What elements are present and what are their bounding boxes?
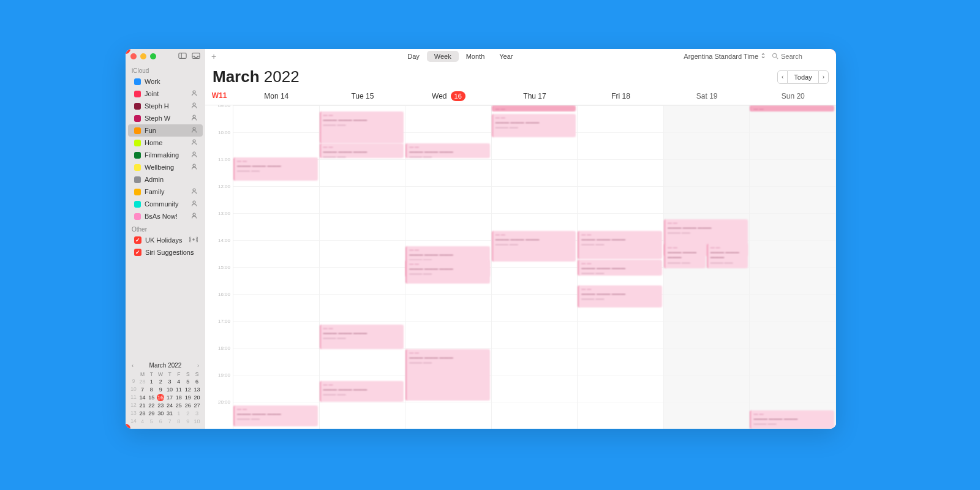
mini-prev-month[interactable]: ‹ <box>130 363 135 369</box>
mini-day[interactable]: 25 <box>174 402 183 409</box>
calendar-item[interactable]: Admin <box>128 173 203 186</box>
day-header[interactable]: Thu 17 <box>492 88 578 105</box>
mini-day[interactable]: 4 <box>138 418 147 425</box>
sidebar-toggle-icon[interactable] <box>178 52 187 61</box>
mini-day[interactable]: 15 <box>147 394 156 401</box>
checkbox-icon[interactable]: ✓ <box>134 249 141 256</box>
mini-day[interactable]: 11 <box>174 386 183 393</box>
mini-next-month[interactable]: › <box>196 363 200 369</box>
add-event-button[interactable]: + <box>211 51 216 61</box>
calendar-event[interactable]: — ———— ——— —————— —— <box>492 105 576 111</box>
calendar-event[interactable]: — ———— ——— —————— —— <box>233 405 318 426</box>
day-header[interactable]: Tue 15 <box>320 88 406 105</box>
mini-day[interactable]: 18 <box>174 394 183 401</box>
mini-day[interactable]: 24 <box>165 402 175 409</box>
mini-day[interactable]: 28 <box>138 378 147 385</box>
day-header[interactable]: Sat 19 <box>664 88 750 105</box>
mini-day[interactable]: 26 <box>183 402 192 409</box>
calendar-item[interactable]: BsAs Now! <box>128 210 203 222</box>
day-column[interactable]: — ———— ——— —————— ——— ———— ——— —————— ——… <box>492 105 578 429</box>
day-column[interactable]: — ———— ——— —————— ——— ———— ——— —————— —— <box>750 105 836 429</box>
calendar-item[interactable]: Work <box>128 75 203 88</box>
day-header[interactable]: Wed16 <box>405 88 492 105</box>
mini-day[interactable]: 3 <box>165 378 175 385</box>
mini-day[interactable]: 1 <box>174 410 183 417</box>
calendar-event[interactable]: — ———— ——— —————— —— <box>405 260 490 284</box>
mini-day[interactable]: 21 <box>138 402 147 409</box>
search-input[interactable] <box>781 53 830 60</box>
calendar-item[interactable]: Steph H <box>128 100 203 112</box>
calendar-event[interactable]: — ———— ——— —————— —— <box>320 325 404 349</box>
calendar-event[interactable]: — ———— ——— —————— —— <box>405 143 490 158</box>
search-field[interactable] <box>772 53 830 61</box>
mini-day[interactable]: 14 <box>138 394 147 401</box>
mini-day[interactable]: 7 <box>138 386 147 393</box>
day-column[interactable]: — ———— ——— —————— ——— ———— ——— —————— ——… <box>320 105 406 429</box>
mini-day[interactable]: 28 <box>138 410 147 417</box>
calendar-event[interactable]: — ———— ——— —————— —— <box>492 114 576 137</box>
calendar-event[interactable]: — ———— ——— —————— —— <box>405 349 490 401</box>
minimize-button[interactable] <box>140 53 146 59</box>
mini-day[interactable]: 31 <box>165 410 175 417</box>
calendar-event[interactable]: — ———— ——— —————— —— <box>578 231 662 259</box>
calendar-event[interactable]: — ———— ——— —————— —— <box>320 381 404 402</box>
view-week[interactable]: Week <box>427 51 459 62</box>
close-button[interactable] <box>130 53 137 59</box>
mini-day[interactable]: 19 <box>183 394 192 401</box>
mini-day[interactable]: 8 <box>147 386 156 393</box>
calendar-item[interactable]: Family <box>128 186 203 198</box>
calendar-event[interactable]: — ———— ——— —————— —— <box>750 410 834 429</box>
calendar-event[interactable]: — ———— ——— —————— —— <box>233 157 318 181</box>
mini-day[interactable]: 6 <box>192 378 202 385</box>
calendar-event[interactable]: — ———— ——— —————— —— <box>578 285 662 307</box>
inbox-icon[interactable] <box>192 52 200 61</box>
mini-day[interactable]: 9 <box>156 386 165 393</box>
mini-day[interactable]: 30 <box>156 410 165 417</box>
mini-day[interactable]: 9 <box>183 418 192 425</box>
today-button[interactable]: Today <box>788 70 818 84</box>
mini-day[interactable]: 20 <box>192 394 202 401</box>
day-header[interactable]: Mon 14 <box>233 88 320 105</box>
mini-day[interactable]: 27 <box>192 402 202 409</box>
mini-day[interactable]: 1 <box>147 378 156 385</box>
week-grid[interactable]: 09:0010:0011:0012:0013:0014:0015:0016:00… <box>205 105 836 429</box>
mini-day[interactable]: 22 <box>147 402 156 409</box>
calendar-event[interactable]: — ———— ——— —————— —— <box>707 244 748 268</box>
mini-day[interactable]: 7 <box>165 418 175 425</box>
mini-day[interactable]: 5 <box>183 378 192 385</box>
day-header[interactable]: Fri 18 <box>578 88 664 105</box>
day-column[interactable]: — ———— ——— —————— ——— ———— ——— —————— —— <box>233 105 320 429</box>
calendar-item[interactable]: Filmmaking <box>128 149 203 161</box>
mini-day[interactable]: 12 <box>183 386 192 393</box>
calendar-item[interactable]: Community <box>128 198 203 210</box>
calendar-item[interactable]: Fun <box>128 124 203 137</box>
prev-week-button[interactable]: ‹ <box>777 70 788 84</box>
calendar-event[interactable]: — ———— ——— —————— —— <box>578 260 662 276</box>
mini-day[interactable]: 10 <box>165 386 175 393</box>
maximize-button[interactable] <box>150 53 156 59</box>
calendar-event[interactable]: — ———— ——— —————— —— <box>320 143 404 158</box>
mini-day[interactable]: 17 <box>165 394 175 401</box>
timezone-selector[interactable]: Argentina Standard Time <box>684 53 766 60</box>
checkbox-icon[interactable]: ✓ <box>134 236 141 244</box>
calendar-item[interactable]: Home <box>128 137 203 149</box>
mini-day[interactable]: 8 <box>174 418 183 425</box>
day-column[interactable]: — ———— ——— —————— ——— ———— ——— —————— ——… <box>578 105 664 429</box>
view-year[interactable]: Year <box>492 51 520 62</box>
calendar-event[interactable]: — ———— ——— —————— —— <box>320 111 404 143</box>
view-month[interactable]: Month <box>459 51 492 62</box>
calendar-item[interactable]: Joint <box>128 88 203 100</box>
mini-day[interactable]: 10 <box>192 418 202 425</box>
day-column[interactable]: — ———— ——— —————— ——— ———— ——— —————— ——… <box>664 105 750 429</box>
mini-day[interactable]: 2 <box>183 410 192 417</box>
day-header[interactable]: Sun 20 <box>750 88 836 105</box>
mini-day[interactable]: 4 <box>174 378 183 385</box>
view-day[interactable]: Day <box>400 51 427 62</box>
calendar-event[interactable]: — ———— ——— —————— —— <box>664 244 706 268</box>
mini-day[interactable]: 23 <box>156 402 165 409</box>
mini-day[interactable]: 5 <box>147 418 156 425</box>
subscribed-calendar-item[interactable]: ✓UK Holidays <box>128 234 203 246</box>
mini-day[interactable]: 6 <box>156 418 165 425</box>
subscribed-calendar-item[interactable]: ✓Siri Suggestions <box>128 246 203 258</box>
mini-day[interactable]: 29 <box>147 410 156 417</box>
